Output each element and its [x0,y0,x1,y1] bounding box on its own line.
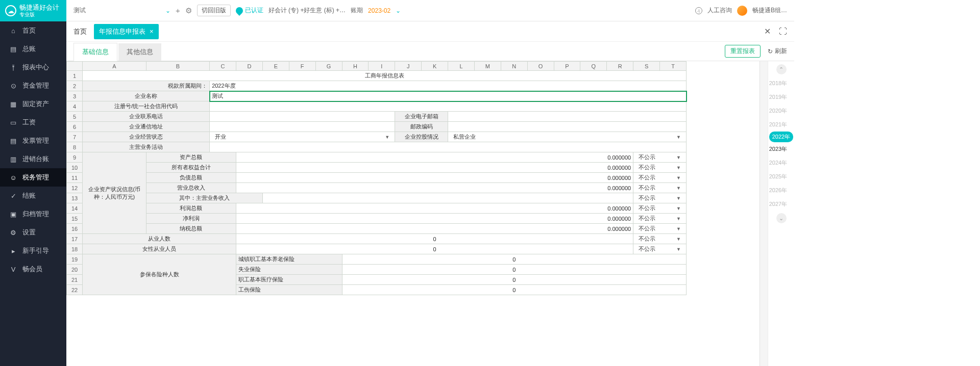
sidebar-item-10[interactable]: ▣归档管理 [0,205,66,223]
support-link[interactable]: 人工咨询 [707,6,732,15]
reset-report-button[interactable]: 重置报表 [725,45,761,58]
nav-icon: ⌂ [9,27,17,35]
sidebar-item-6[interactable]: ▤发票管理 [0,132,66,150]
nav-icon: V [9,265,17,273]
user-name[interactable]: 畅捷通B组… [752,6,787,15]
nav-icon: ⚙ [9,228,17,237]
disclose-select[interactable]: 不公示▼ [635,245,684,253]
sidebar-item-3[interactable]: ⊙资金管理 [0,76,66,95]
sidebar: ☁ 畅捷通好会计 专业版 ⌂首页▤总账⭱报表中心⊙资金管理▦固定资产▭工资▤发票… [0,0,66,366]
year-option[interactable]: 2024年 [769,156,793,170]
year-option[interactable]: 2025年 [769,170,793,184]
period-label: 账期 [351,6,363,15]
year-option[interactable]: 2022年 [769,132,793,142]
sidebar-item-8[interactable]: ☺税务管理 [0,168,66,187]
nav-icon: ▥ [9,155,17,163]
disclose-select[interactable]: 私营企业▼ [450,133,684,141]
close-all-tabs-button[interactable]: ✕ [764,27,771,36]
refresh-button[interactable]: ↻ 刷新 [768,47,787,56]
cloud-icon: ☁ [5,5,16,16]
year-option[interactable]: 2023年 [769,142,793,156]
nav-icon: ⊙ [9,82,17,90]
headset-icon: ♫ [695,7,702,14]
nav-icon: ▤ [9,45,17,53]
disclose-select[interactable]: 不公示▼ [635,164,684,171]
disclose-select[interactable]: 开业▼ [212,133,393,141]
sidebar-item-1[interactable]: ▤总账 [0,40,66,58]
year-down-button[interactable]: ⌄ [776,213,787,223]
sidebar-item-2[interactable]: ⭱报表中心 [0,58,66,76]
year-option[interactable]: 2026年 [769,184,793,197]
user-avatar[interactable] [737,6,747,16]
sidebar-item-9[interactable]: ✓结账 [0,187,66,205]
brand-edition: 专业版 [19,11,59,18]
year-option[interactable]: 2027年 [769,197,793,211]
nav-icon: ▸ [9,247,17,255]
top-header: 测试 ⌄ + ⚙ 切回旧版 已认证 好会计 (专) +好生意 (标) +… 账期… [66,0,794,21]
sidebar-item-11[interactable]: ⚙设置 [0,223,66,242]
sidebar-item-0[interactable]: ⌂首页 [0,21,66,40]
page-tabs: 首页 年报信息申报表 × ✕ ⛶ [66,21,794,42]
subtab-other[interactable]: 其他信息 [118,43,161,61]
tab-home[interactable]: 首页 [74,27,87,36]
disclose-select[interactable]: 不公示▼ [635,174,684,181]
disclose-select[interactable]: 不公示▼ [635,215,684,222]
add-company-button[interactable]: + [176,6,180,15]
year-option[interactable]: 2020年 [769,104,793,118]
spreadsheet[interactable]: ABCDEFGHIJKLMNOPQRST1工商年报信息表2税款所属期间：2022… [66,61,760,366]
company-selector[interactable]: 测试 ⌄ [74,5,170,16]
refresh-icon: ↻ [768,48,773,55]
product-name: 好会计 (专) +好生意 (标) +… [268,6,346,15]
switch-old-button[interactable]: 切回旧版 [197,5,231,16]
nav-icon: ▭ [9,118,17,126]
nav-icon: ☺ [9,173,17,181]
company-name-cell[interactable]: 测试 [210,91,687,101]
nav-icon: ✓ [9,192,17,200]
nav-icon: ⭱ [9,63,17,71]
disclose-select[interactable]: 不公示▼ [635,204,684,212]
disclose-select[interactable]: 不公示▼ [635,194,684,202]
brand-logo: ☁ 畅捷通好会计 专业版 [0,0,66,21]
verified-badge: 已认证 [236,6,263,15]
company-name: 测试 [74,6,86,15]
year-option[interactable]: 2019年 [769,90,793,104]
sidebar-item-4[interactable]: ▦固定资产 [0,95,66,113]
sidebar-item-7[interactable]: ▥进销台账 [0,150,66,168]
vertical-scrollbar[interactable] [760,61,768,366]
year-option[interactable]: 2018年 [769,76,793,90]
disclose-select[interactable]: 不公示▼ [635,235,684,243]
sidebar-item-13[interactable]: V畅会员 [0,260,66,278]
sub-tabs: 基础信息 其他信息 重置报表 ↻ 刷新 [66,42,794,61]
close-icon[interactable]: × [150,28,154,35]
disclose-select[interactable]: 不公示▼ [635,225,684,232]
sidebar-item-5[interactable]: ▭工资 [0,113,66,132]
year-up-button[interactable]: ⌃ [776,64,787,74]
nav-icon: ▦ [9,100,17,108]
disclose-select[interactable]: 不公示▼ [635,184,684,192]
year-selector: ⌃ 2018年2019年2020年2021年2022年2023年2024年202… [768,61,794,366]
period-chevron-icon[interactable]: ⌄ [396,7,401,14]
period-value[interactable]: 2023-02 [368,7,390,14]
shield-icon [234,6,244,16]
chevron-down-icon: ⌄ [165,7,170,14]
tab-annual-report[interactable]: 年报信息申报表 × [94,24,159,39]
subtab-basic[interactable]: 基础信息 [74,43,117,61]
nav-icon: ▤ [9,137,17,145]
company-settings-button[interactable]: ⚙ [185,6,192,15]
disclose-select[interactable]: 不公示▼ [635,153,684,161]
year-option[interactable]: 2021年 [769,118,793,132]
fullscreen-button[interactable]: ⛶ [779,27,787,36]
nav-icon: ▣ [9,210,17,218]
sidebar-item-12[interactable]: ▸新手引导 [0,242,66,260]
